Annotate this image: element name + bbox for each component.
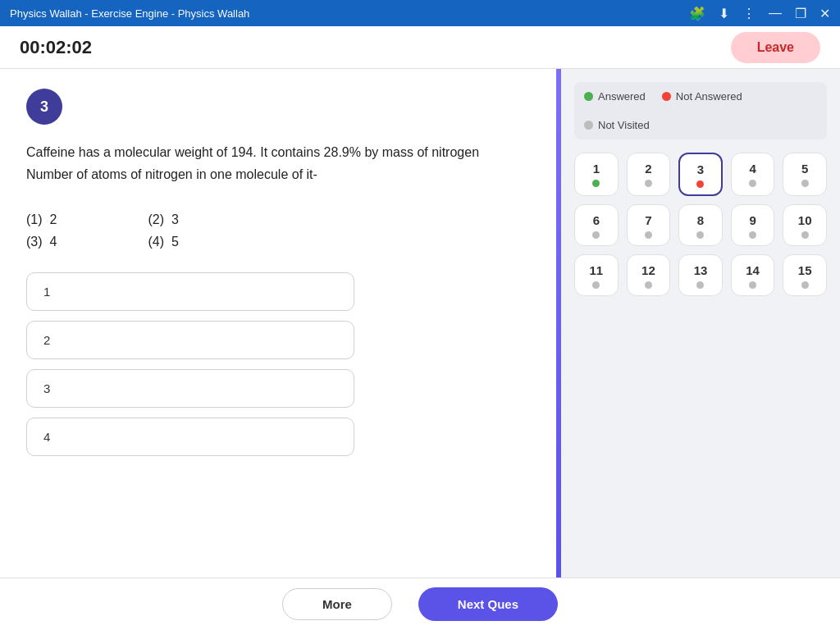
- question-grid-item-9[interactable]: 9: [731, 204, 775, 246]
- legend-not-answered: Not Answered: [662, 90, 742, 103]
- question-grid-item-6[interactable]: 6: [574, 204, 619, 246]
- grid-question-number: 10: [798, 213, 812, 227]
- grid-status-dot: [696, 180, 704, 188]
- grid-status-dot: [592, 231, 600, 239]
- window-controls: 🧩 ⬇ ⋮ — ❐ ✕: [689, 6, 830, 21]
- question-grid-item-11[interactable]: 11: [574, 254, 619, 296]
- grid-question-number: 2: [645, 162, 651, 176]
- next-question-button[interactable]: Next Ques: [418, 587, 558, 621]
- not-answered-label: Not Answered: [676, 90, 742, 103]
- grid-status-dot: [749, 231, 756, 239]
- option-3[interactable]: 3: [26, 369, 354, 408]
- question-grid-item-5[interactable]: 5: [783, 153, 827, 196]
- question-grid: 123456789101112131415: [574, 153, 827, 296]
- question-number-badge: 3: [26, 89, 62, 125]
- question-grid-item-7[interactable]: 7: [627, 204, 671, 246]
- grid-question-number: 6: [593, 213, 600, 227]
- question-grid-item-3[interactable]: 3: [678, 153, 723, 196]
- maximize-icon[interactable]: ❐: [795, 6, 806, 21]
- question-grid-item-14[interactable]: 14: [731, 254, 775, 296]
- option-4[interactable]: 4: [26, 418, 354, 456]
- grid-status-dot: [592, 281, 600, 289]
- grid-question-number: 3: [697, 162, 704, 176]
- menu-icon[interactable]: ⋮: [742, 6, 756, 21]
- question-grid-item-15[interactable]: 15: [783, 254, 827, 296]
- question-grid-item-10[interactable]: 10: [783, 204, 827, 246]
- grid-question-number: 11: [589, 263, 603, 277]
- question-grid-item-1[interactable]: 1: [574, 153, 619, 196]
- grid-status-dot: [645, 231, 652, 239]
- question-grid-item-2[interactable]: 2: [627, 153, 671, 196]
- options-list: 1 2 3 4: [26, 272, 354, 456]
- not-visited-dot: [584, 121, 593, 130]
- grid-question-number: 5: [801, 162, 808, 176]
- minimize-icon[interactable]: —: [769, 6, 782, 21]
- option-2[interactable]: 2: [26, 321, 354, 359]
- grid-question-number: 4: [749, 162, 756, 176]
- grid-question-number: 9: [749, 213, 756, 227]
- question-grid-item-8[interactable]: 8: [678, 204, 723, 246]
- grid-question-number: 14: [746, 263, 760, 277]
- grid-status-dot: [801, 281, 809, 289]
- grid-question-number: 15: [798, 263, 812, 277]
- grid-status-dot: [696, 231, 704, 239]
- answered-label: Answered: [598, 90, 646, 103]
- not-visited-label: Not Visited: [598, 119, 650, 131]
- title-bar: Physics Wallah - Exercise Engine - Physi…: [0, 0, 840, 26]
- grid-question-number: 8: [697, 213, 704, 227]
- left-panel: 3 Caffeine has a molecular weight of 194…: [0, 69, 556, 578]
- grid-status-dot: [801, 180, 809, 187]
- answered-dot: [584, 92, 593, 101]
- more-button[interactable]: More: [282, 588, 392, 620]
- legend: Answered Not Answered Not Visited: [574, 82, 827, 139]
- app-title: Physics Wallah - Exercise Engine - Physi…: [10, 7, 249, 20]
- not-answered-dot: [662, 92, 671, 101]
- option-1[interactable]: 1: [26, 272, 354, 311]
- grid-question-number: 1: [593, 162, 600, 176]
- grid-status-dot: [645, 281, 652, 289]
- grid-question-number: 7: [645, 213, 651, 227]
- grid-status-dot: [749, 180, 756, 187]
- timer-display: 00:02:02: [20, 37, 92, 58]
- legend-not-visited: Not Visited: [584, 119, 650, 131]
- close-icon[interactable]: ✕: [819, 6, 830, 21]
- grid-status-dot: [592, 180, 600, 187]
- question-grid-item-4[interactable]: 4: [731, 153, 775, 196]
- grid-question-number: 12: [641, 263, 655, 277]
- top-bar: 00:02:02 Leave: [0, 26, 840, 69]
- grid-status-dot: [645, 180, 652, 187]
- grid-status-dot: [749, 281, 756, 289]
- grid-status-dot: [696, 281, 704, 289]
- bottom-bar: More Next Ques: [0, 578, 840, 630]
- main-layout: 3 Caffeine has a molecular weight of 194…: [0, 69, 840, 578]
- question-grid-item-12[interactable]: 12: [627, 254, 671, 296]
- puzzle-icon[interactable]: 🧩: [689, 6, 705, 21]
- legend-answered: Answered: [584, 90, 646, 103]
- grid-question-number: 13: [694, 263, 708, 277]
- leave-button[interactable]: Leave: [731, 32, 820, 63]
- grid-status-dot: [801, 231, 809, 239]
- question-text: Caffeine has a molecular weight of 194. …: [26, 141, 486, 253]
- right-panel: Answered Not Answered Not Visited 123456…: [561, 69, 840, 578]
- question-grid-item-13[interactable]: 13: [678, 254, 723, 296]
- download-icon[interactable]: ⬇: [719, 6, 729, 21]
